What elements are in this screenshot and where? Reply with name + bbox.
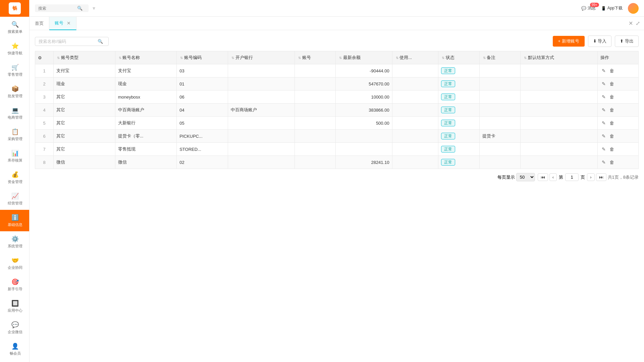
- delete-button[interactable]: 🗑: [608, 159, 615, 166]
- edit-button[interactable]: ✎: [600, 146, 607, 153]
- wechat-icon: 💬: [11, 321, 19, 328]
- edit-button[interactable]: ✎: [600, 120, 607, 126]
- sidebar-item-operation[interactable]: 📈经营管理: [0, 188, 29, 210]
- row-bank: [228, 117, 295, 130]
- col-bank-header[interactable]: ⇅ 开户银行: [228, 51, 295, 64]
- page-size-select[interactable]: 每页显示 50 100 200: [497, 173, 535, 181]
- row-bank: [228, 156, 295, 169]
- status-badge: 正常: [441, 146, 455, 153]
- topbar-search-input[interactable]: [38, 6, 75, 11]
- sidebar-item-member[interactable]: 👤畅会员: [0, 339, 29, 360]
- row-type: 微信: [54, 156, 115, 169]
- content-area: 🔍 + 新增账号 ⬇ 导入 ⬆ 导出 ⚙ ⇅ 账号类型 ⇅ 账号名称 ⇅ 账号编…: [30, 30, 644, 362]
- page-number-input[interactable]: [565, 173, 579, 181]
- col-usage-header[interactable]: ⇅ 使用...: [392, 51, 438, 64]
- table-row: 1 支付宝 支付宝 03 -90444.00 正常 ✎ 🗑: [35, 64, 639, 77]
- add-account-button[interactable]: + 新增账号: [553, 36, 585, 47]
- col-settings-header[interactable]: ⚙: [35, 51, 54, 64]
- col-account-header[interactable]: ⇅ 账号: [295, 51, 336, 64]
- delete-button[interactable]: 🗑: [608, 67, 615, 74]
- col-name-header[interactable]: ⇅ 账号名称: [115, 51, 177, 64]
- sidebar-item-system[interactable]: ⚙️系统管理: [0, 231, 29, 253]
- delete-button[interactable]: 🗑: [608, 80, 615, 87]
- row-action: ✎ 🗑: [597, 77, 638, 90]
- sidebar-item-shortcut[interactable]: ⭐快捷导航: [0, 38, 29, 60]
- pagination: 每页显示 50 100 200 ⏮ ‹ 第 页 › ⏭ 共1页，8条记录: [35, 169, 639, 183]
- sidebar-item-retail[interactable]: 🛒零售管理: [0, 60, 29, 81]
- sidebar-item-finance[interactable]: 💰资金管理: [0, 167, 29, 188]
- delete-button[interactable]: 🗑: [608, 146, 615, 153]
- tab-label-home: 首页: [35, 20, 44, 26]
- sidebar-item-wechat[interactable]: 💬企业微信: [0, 317, 29, 339]
- sidebar-item-guide[interactable]: 🎯新手引导: [0, 274, 29, 296]
- sidebar-label-inventory: 库存核算: [8, 158, 22, 163]
- row-action: ✎ 🗑: [597, 130, 638, 143]
- sidebar-label-operation: 经营管理: [8, 201, 22, 206]
- col-type-header[interactable]: ⇅ 账号类型: [54, 51, 115, 64]
- row-type: 其它: [54, 117, 115, 130]
- next-page-button[interactable]: ›: [587, 173, 594, 181]
- col-note-header[interactable]: ⇅ 备注: [479, 51, 520, 64]
- row-default-settle: [521, 77, 597, 90]
- row-action: ✎ 🗑: [597, 143, 638, 156]
- expand-icon[interactable]: ⤢: [636, 20, 640, 26]
- sidebar-item-wholesale[interactable]: 📦批发管理: [0, 81, 29, 103]
- row-usage: [392, 64, 438, 77]
- row-note: [479, 90, 520, 104]
- message-button[interactable]: 💬 消息 99+: [581, 5, 596, 11]
- agreement-icon: 🤝: [11, 257, 19, 264]
- account-search-input[interactable]: [39, 39, 96, 44]
- col-balance-header[interactable]: ⇅ 最新余额: [336, 51, 392, 64]
- edit-button[interactable]: ✎: [600, 107, 607, 113]
- delete-button[interactable]: 🗑: [608, 94, 615, 100]
- avatar[interactable]: [628, 3, 639, 14]
- edit-button[interactable]: ✎: [600, 80, 607, 87]
- sidebar-item-purchase[interactable]: 📋采购管理: [0, 124, 29, 145]
- row-balance: 383866.00: [336, 104, 392, 117]
- sidebar-item-agreement[interactable]: 🤝企业协同: [0, 253, 29, 274]
- edit-button[interactable]: ✎: [600, 67, 607, 74]
- close-window-icon[interactable]: ✕: [629, 20, 633, 26]
- sidebar-label-agreement: 企业协同: [8, 265, 22, 270]
- row-usage: [392, 77, 438, 90]
- delete-button[interactable]: 🗑: [608, 107, 615, 113]
- delete-button[interactable]: 🗑: [608, 120, 615, 126]
- col-default-header[interactable]: ⇅ 默认结算方式: [521, 51, 597, 64]
- edit-button[interactable]: ✎: [600, 159, 607, 166]
- row-usage: [392, 143, 438, 156]
- row-balance: -90444.00: [336, 64, 392, 77]
- topbar-search[interactable]: 🔍: [35, 4, 89, 12]
- tab-home[interactable]: 首页: [30, 17, 49, 30]
- last-page-button[interactable]: ⏭: [596, 173, 606, 181]
- row-index: 7: [35, 143, 54, 156]
- import-button[interactable]: ⬇ 导入: [588, 36, 612, 47]
- col-code-header[interactable]: ⇅ 账号编码: [177, 51, 228, 64]
- sidebar-label-wechat: 企业微信: [8, 329, 22, 335]
- tab-expand-icon[interactable]: ✕ ⤢: [625, 20, 644, 26]
- sidebar-item-inventory[interactable]: 📊库存核算: [0, 145, 29, 167]
- row-type: 支付宝: [54, 64, 115, 77]
- edit-button[interactable]: ✎: [600, 133, 607, 139]
- page-size-dropdown[interactable]: 50 100 200: [516, 173, 535, 181]
- prev-page-button[interactable]: ‹: [549, 173, 557, 181]
- sidebar-item-appCenter[interactable]: 🔲应用中心: [0, 296, 29, 317]
- export-button[interactable]: ⬆ 导出: [615, 36, 639, 47]
- row-note: [479, 156, 520, 169]
- delete-button[interactable]: 🗑: [608, 133, 615, 139]
- first-page-button[interactable]: ⏮: [538, 173, 548, 181]
- edit-button[interactable]: ✎: [600, 94, 607, 100]
- col-status-header[interactable]: ⇅ 状态: [438, 51, 479, 64]
- app-download-button[interactable]: 📱 App下载: [601, 5, 623, 11]
- sidebar-item-basic[interactable]: ℹ️基础信息: [0, 210, 29, 231]
- sidebar-item-search[interactable]: 🔍搜索菜单: [0, 17, 29, 38]
- tab-close-account[interactable]: ✕: [67, 20, 71, 26]
- row-balance: [336, 143, 392, 156]
- status-badge: 正常: [441, 107, 455, 113]
- row-note: [479, 143, 520, 156]
- table-row: 2 现金 现金 01 547670.00 正常 ✎ 🗑: [35, 77, 639, 90]
- sidebar: 畅 🔍搜索菜单⭐快捷导航🛒零售管理📦批发管理💻电商管理📋采购管理📊库存核算💰资金…: [0, 0, 30, 362]
- sidebar-item-ecommerce[interactable]: 💻电商管理: [0, 103, 29, 124]
- account-search-box[interactable]: 🔍: [35, 37, 109, 46]
- row-balance: [336, 130, 392, 143]
- tab-account[interactable]: 账号✕: [49, 17, 76, 30]
